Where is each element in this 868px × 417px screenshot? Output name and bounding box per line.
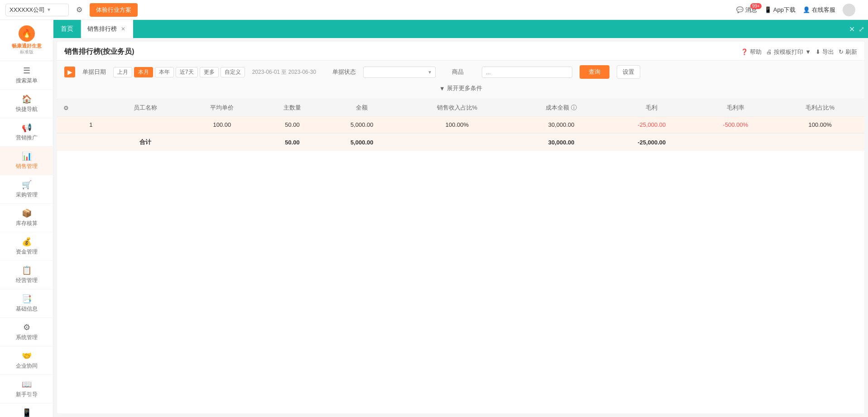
refresh-label: 刷新: [845, 48, 857, 56]
status-select[interactable]: [363, 67, 436, 78]
guide-icon: 📖: [22, 379, 32, 389]
basic-info-icon: 📑: [22, 294, 32, 304]
footer-cost: 30,000.00: [514, 133, 608, 151]
cell-cost: 30,000.00: [514, 117, 608, 134]
page-inner: 销售排行榜(按业务员) ❓ 帮助 🖨 按模板打印 ▼ ⬇: [57, 42, 864, 413]
date-btn-this-month[interactable]: 本月: [134, 67, 153, 77]
sidebar-item-label: 快捷导航: [16, 105, 38, 113]
sidebar-item-label: 库存核算: [16, 220, 38, 227]
inventory-icon: 📦: [22, 208, 32, 218]
tab-sales-rank[interactable]: 销售排行榜 ✕: [81, 20, 133, 38]
page-content: 销售排行榜(按业务员) ❓ 帮助 🖨 按模板打印 ▼ ⬇: [53, 38, 868, 417]
footer-sales-pct: [400, 133, 515, 151]
table-footer-row: 合计 50.00 5,000.00 30,000.00 -25,000.00: [57, 133, 864, 151]
page-header: 销售排行榜(按业务员) ❓ 帮助 🖨 按模板打印 ▼ ⬇: [57, 42, 864, 61]
date-buttons: 上月 本月 本年 近7天 更多 自定义: [113, 67, 245, 77]
sidebar-item-operations[interactable]: 📋 经营管理: [0, 261, 53, 289]
sidebar-item-label: 销售管理: [16, 163, 38, 170]
company-selector[interactable]: XXXXXX公司 ▼: [5, 4, 69, 16]
cell-rank: 1: [75, 117, 107, 134]
data-table: ⚙ 员工名称 平均单价 主数量 全额 销售收入占比% 成本全额 ⓘ 毛利 毛利率: [57, 99, 864, 151]
service-icon: 👤: [803, 6, 810, 13]
sidebar-item-finance[interactable]: 💰 资金管理: [0, 232, 53, 261]
print-label: 按模板打印: [774, 48, 803, 56]
sidebar-item-label: 企业协同: [16, 362, 38, 370]
col-gross-pct: 毛利占比%: [776, 99, 864, 117]
cell-employee: [107, 117, 184, 134]
sidebar-item-quick-nav[interactable]: 🏠 快捷导航: [0, 90, 53, 118]
tab-home[interactable]: 首页: [53, 20, 81, 38]
finance-icon: 💰: [22, 237, 32, 247]
sidebar-item-label: 采购管理: [16, 191, 38, 199]
settings-icon-btn[interactable]: ⚙: [72, 3, 86, 17]
message-button[interactable]: 💬 消息 99+: [736, 6, 757, 14]
message-icon: 💬: [736, 6, 743, 13]
tab-sales-rank-label: 销售排行榜: [87, 25, 117, 33]
sidebar-item-inventory[interactable]: 📦 库存核算: [0, 204, 53, 232]
date-btn-last-month[interactable]: 上月: [113, 67, 132, 77]
sidebar-item-purchase-mgmt[interactable]: 🛒 采购管理: [0, 175, 53, 204]
cell-sales-pct: 100.00%: [400, 117, 515, 134]
cell-gross-pct: 100.00%: [776, 117, 864, 134]
sidebar-item-marketing[interactable]: 📢 营销推广: [0, 118, 53, 147]
date-btn-this-year[interactable]: 本年: [155, 67, 174, 77]
sidebar-item-label: 系统管理: [16, 334, 38, 341]
sidebar-item-app-center[interactable]: 📱 应用中心: [0, 403, 53, 417]
tab-bar-expand-icon[interactable]: ⤢: [858, 25, 864, 34]
sidebar-item-enterprise[interactable]: 🤝 企业协同: [0, 346, 53, 375]
footer-label: 合计: [107, 133, 184, 151]
footer-gross: -25,000.00: [608, 133, 695, 151]
refresh-icon: ↻: [839, 48, 844, 55]
cell-qty: 50.00: [260, 117, 324, 134]
date-label: 单据日期: [82, 68, 106, 76]
col-sales-pct: 销售收入占比%: [400, 99, 515, 117]
goods-input[interactable]: [482, 67, 572, 78]
footer-avg-price: [183, 133, 260, 151]
avatar[interactable]: [843, 4, 855, 16]
help-icon: ❓: [741, 48, 748, 55]
sidebar-item-search-order[interactable]: ☰ 搜索菜单: [0, 61, 53, 90]
table-container: ⚙ 员工名称 平均单价 主数量 全额 销售收入占比% 成本全额 ⓘ 毛利 毛利率: [57, 99, 864, 413]
expand-filters-button[interactable]: ▼ 展开更多条件: [436, 82, 486, 94]
app-center-icon: 📱: [22, 408, 32, 417]
tab-bar-right: ✕ ⤢: [849, 25, 868, 34]
cell-amount: 5,000.00: [324, 117, 400, 134]
cell-gross: -25,000.00: [608, 117, 695, 134]
search-order-icon: ☰: [23, 66, 30, 76]
sidebar-item-guide[interactable]: 📖 新手引导: [0, 375, 53, 403]
header-right: 💬 消息 99+ 📱 App下载 👤 在线客服: [736, 4, 863, 16]
date-btn-custom[interactable]: 自定义: [221, 67, 245, 77]
message-badge: 99+: [750, 3, 762, 9]
logo-text: 畅康通好生意: [12, 43, 42, 49]
help-button[interactable]: ❓ 帮助: [741, 48, 762, 56]
print-button[interactable]: 🖨 按模板打印 ▼: [766, 48, 811, 56]
tab-bar-close-icon[interactable]: ✕: [849, 25, 855, 34]
refresh-button[interactable]: ↻ 刷新: [839, 48, 857, 56]
tab-close-icon[interactable]: ✕: [120, 25, 127, 33]
print-chevron-icon: ▼: [805, 48, 811, 55]
filter-row-expand: ▼ 展开更多条件: [64, 82, 857, 94]
app-download-label: App下载: [773, 6, 796, 14]
date-btn-7days[interactable]: 近7天: [176, 67, 198, 77]
sidebar-item-sys-mgmt[interactable]: ⚙ 系统管理: [0, 318, 53, 346]
operations-icon: 📋: [22, 265, 32, 275]
page-actions: ❓ 帮助 🖨 按模板打印 ▼ ⬇ 导出 ↻: [741, 48, 857, 56]
marketing-icon: 📢: [22, 123, 32, 133]
print-icon: 🖨: [766, 48, 772, 55]
sidebar-item-sales-mgmt[interactable]: 📊 销售管理: [0, 147, 53, 175]
page-title: 销售排行榜(按业务员): [64, 47, 741, 57]
trial-button[interactable]: 体验行业方案: [90, 3, 138, 17]
query-button[interactable]: 查询: [580, 65, 609, 79]
export-button[interactable]: ⬇ 导出: [815, 48, 834, 56]
collapse-button[interactable]: ▶: [64, 67, 75, 77]
sidebar-item-label: 搜索菜单: [16, 77, 38, 85]
col-settings[interactable]: ⚙: [57, 99, 75, 117]
sys-mgmt-icon: ⚙: [23, 322, 30, 332]
online-service-button[interactable]: 👤 在线客服: [803, 6, 835, 14]
app-icon: 📱: [764, 6, 772, 13]
settings-button[interactable]: 设置: [617, 65, 640, 79]
date-btn-more[interactable]: 更多: [200, 67, 219, 77]
app-download-button[interactable]: 📱 App下载: [764, 6, 796, 14]
sidebar-item-basic-info[interactable]: 📑 基础信息: [0, 289, 53, 318]
table-header-row: ⚙ 员工名称 平均单价 主数量 全额 销售收入占比% 成本全额 ⓘ 毛利 毛利率: [57, 99, 864, 117]
